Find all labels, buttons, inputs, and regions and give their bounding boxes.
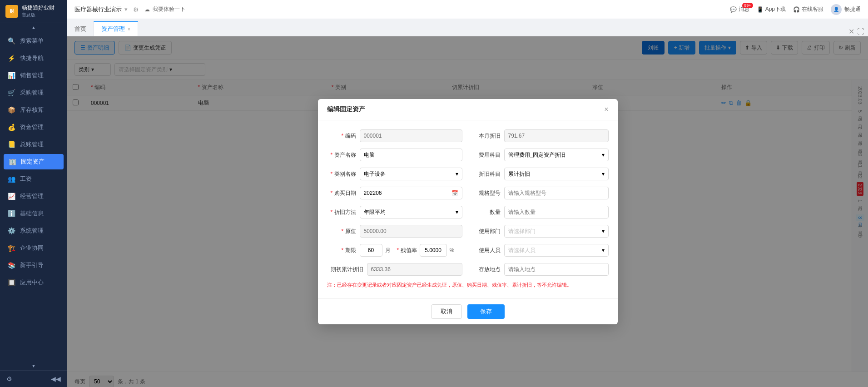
purchase-date-label: * 购买日期 — [327, 189, 356, 197]
headset-icon: 🎧 — [793, 6, 800, 13]
settings-icon[interactable]: ⚙ — [133, 6, 139, 13]
chevron-down-icon: ▾ — [456, 209, 458, 215]
category-select[interactable]: 电子设备 ▾ — [360, 168, 462, 180]
location-label: 存放地点 — [473, 266, 501, 273]
modal-header: 编辑固定资产 × — [318, 99, 618, 120]
monthly-dep-input[interactable] — [504, 129, 609, 142]
sidebar-item-sales[interactable]: 📊 销售管理 — [0, 67, 67, 84]
download-icon: 📱 — [757, 6, 764, 13]
sidebar-item-operation[interactable]: 📈 经营管理 — [0, 188, 67, 205]
form-row-original: * 原值 — [327, 225, 462, 238]
modal-footer: 取消 保存 — [318, 298, 618, 324]
name-input[interactable] — [360, 149, 462, 161]
sidebar-item-label: 基础信息 — [20, 209, 44, 218]
form-row-quantity: 数量 — [473, 206, 609, 218]
sidebar-item-app-center[interactable]: 🔲 应用中心 — [0, 274, 67, 291]
original-label: * 原值 — [327, 228, 356, 235]
customer-service-button[interactable]: 🎧 在线客服 — [793, 5, 823, 13]
sidebar-item-guide[interactable]: 📚 新手引导 — [0, 257, 67, 274]
company-selector[interactable]: 医疗器械行业演示 ▾ — [74, 5, 128, 14]
residual-rate-input[interactable] — [420, 244, 447, 257]
sidebar-item-inventory[interactable]: 📦 库存核算 — [0, 101, 67, 119]
window-close-icon[interactable]: ✕ — [848, 27, 854, 36]
sidebar-item-system[interactable]: ⚙️ 系统管理 — [0, 222, 67, 239]
calendar-icon: 📅 — [451, 190, 458, 196]
sidebar-item-quicknav[interactable]: ⚡ 快捷导航 — [0, 50, 67, 67]
method-label: * 折旧方法 — [327, 208, 356, 216]
save-button[interactable]: 保存 — [467, 304, 505, 319]
method-select[interactable]: 年限平均 ▾ — [360, 206, 462, 218]
residual-rate-label: * 残值率 — [393, 247, 417, 254]
cancel-button[interactable]: 取消 — [431, 304, 462, 319]
chevron-down-icon: ▾ — [456, 171, 458, 177]
form-row-purchase-date: * 购买日期 202206 📅 — [327, 187, 462, 199]
experience-button[interactable]: ☁ 我要体验一下 — [144, 5, 185, 13]
message-button[interactable]: 💬 消息 99+ — [730, 5, 749, 13]
system-icon: ⚙️ — [7, 227, 15, 234]
cloud-icon: ☁ — [144, 6, 150, 13]
sidebar-item-label: 固定资产 — [21, 158, 45, 166]
initial-cumulative-input[interactable] — [367, 263, 462, 276]
location-input[interactable] — [504, 263, 609, 276]
sidebar-item-search[interactable]: 🔍 搜索菜单 — [0, 32, 67, 50]
sidebar-item-label: 企业协同 — [20, 244, 44, 252]
modal-title: 编辑固定资产 — [327, 105, 365, 114]
sidebar-nav: ⚡ 快捷导航 📊 销售管理 🛒 采购管理 📦 库存核算 💰 资金管理 📒 总账管… — [0, 50, 67, 361]
dep-subject-label: 折旧科目 — [473, 170, 501, 178]
person-select[interactable]: 请选择人员 ▾ — [504, 244, 609, 257]
topbar-right: 💬 消息 99+ 📱 App下载 🎧 在线客服 👤 畅捷通 — [730, 4, 861, 15]
sidebar-item-ledger[interactable]: 📒 总账管理 — [0, 136, 67, 153]
person-label: 使用人员 — [473, 247, 501, 254]
sidebar-item-label: 快捷导航 — [20, 54, 44, 62]
sidebar-item-basic-info[interactable]: ℹ️ 基础信息 — [0, 205, 67, 222]
guide-icon: 📚 — [7, 262, 15, 269]
ledger-icon: 📒 — [7, 141, 15, 148]
sidebar-item-enterprise[interactable]: 🏗️ 企业协同 — [0, 239, 67, 257]
settings-icon[interactable]: ⚙ — [6, 375, 12, 382]
chevron-down-icon: ▾ — [602, 171, 605, 177]
form-row-initial-cumulative: 期初累计折旧 — [327, 263, 462, 276]
sidebar-item-fixed-assets[interactable]: 🏢 固定资产 — [4, 154, 64, 169]
search-icon: 🔍 — [7, 37, 15, 45]
category-label: * 类别名称 — [327, 170, 356, 178]
sidebar-item-label: 系统管理 — [20, 227, 44, 235]
quicknav-icon: ⚡ — [7, 55, 15, 62]
sidebar: 财 畅捷通好业财 普及版 ▲ 🔍 搜索菜单 ⚡ 快捷导航 📊 销售管理 🛒 采购… — [0, 0, 67, 387]
code-input[interactable] — [360, 129, 462, 142]
form-row-period: * 期限 月 * 残值率 % — [327, 244, 462, 257]
period-unit: 月 — [385, 247, 391, 254]
original-input[interactable] — [360, 225, 462, 238]
sidebar-item-label: 采购管理 — [20, 89, 44, 97]
dep-subject-select[interactable]: 累计折旧 ▾ — [504, 168, 609, 180]
sidebar-scroll-down[interactable]: ▼ — [0, 361, 67, 370]
user-menu[interactable]: 👤 畅捷通 — [831, 4, 861, 15]
fixed-assets-icon: 🏢 — [8, 158, 16, 165]
modal-body: * 编码 * 资产名称 * 类别名称 — [318, 120, 618, 298]
purchase-date-input[interactable]: 202206 📅 — [360, 187, 462, 199]
quantity-input[interactable] — [504, 206, 609, 218]
form-row-monthly-dep: 本月折旧 — [473, 129, 609, 142]
sidebar-item-payroll[interactable]: 👥 工资 — [0, 170, 67, 188]
sidebar-item-purchase[interactable]: 🛒 采购管理 — [0, 84, 67, 101]
sidebar-item-fund[interactable]: 💰 资金管理 — [0, 119, 67, 136]
expense-subject-select[interactable]: 管理费用_固定资产折旧 ▾ — [504, 149, 609, 161]
tab-asset-management[interactable]: 资产管理 × — [94, 21, 138, 36]
spec-input[interactable] — [504, 187, 609, 199]
company-name: 医疗器械行业演示 — [74, 5, 122, 14]
window-maximize-icon[interactable]: ⛶ — [857, 28, 864, 36]
sidebar-logo: 财 畅捷通好业财 普及版 — [0, 0, 67, 23]
period-input[interactable] — [360, 244, 382, 257]
sidebar-scroll-up[interactable]: ▲ — [0, 23, 67, 32]
residual-unit: % — [450, 247, 455, 253]
department-select[interactable]: 请选择部门 ▾ — [504, 225, 609, 238]
chevron-down-icon: ▾ — [124, 6, 128, 13]
message-badge: 99+ — [742, 3, 753, 8]
modal-close-button[interactable]: × — [604, 105, 608, 114]
app-download-button[interactable]: 📱 App下载 — [757, 5, 786, 13]
basic-info-icon: ℹ️ — [7, 210, 15, 217]
tab-close-icon[interactable]: × — [128, 27, 130, 32]
tab-home[interactable]: 首页 — [67, 21, 94, 36]
form-row-department: 使用部门 请选择部门 ▾ — [473, 225, 609, 238]
collapse-icon[interactable]: ◀◀ — [51, 375, 61, 382]
form-row-expense-subject: 费用科目 管理费用_固定资产折旧 ▾ — [473, 149, 609, 161]
